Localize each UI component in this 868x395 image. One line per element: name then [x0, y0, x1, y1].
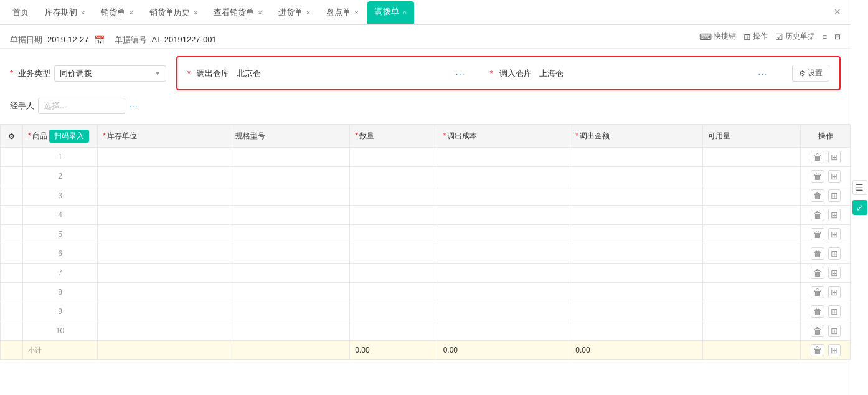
form-header: 单据日期 2019-12-27 📅 单据编号 AL-20191227-001 ⌨… [0, 25, 851, 49]
tab-view-sales-close[interactable]: × [258, 9, 262, 16]
row-copy-btn[interactable]: ⊞ [828, 325, 841, 337]
operate-btn[interactable]: ⊞ 操作 [743, 31, 768, 42]
tab-bar: 首页 库存期初 × 销货单 × 销货单历史 × 查看销货单 × 进货单 × 盘点… [0, 0, 851, 25]
row-spec-cell [230, 167, 350, 186]
row-delete-btn[interactable]: 🗑 [811, 247, 824, 260]
out-warehouse-more-btn[interactable]: ··· [456, 69, 465, 79]
row-gear-cell [1, 244, 23, 264]
row-qty-cell [350, 186, 438, 206]
row-delete-btn[interactable]: 🗑 [811, 325, 824, 337]
layout-grid-btn[interactable]: ⊟ [834, 32, 841, 41]
row-unit-cell [98, 302, 230, 321]
tab-inventory-init[interactable]: 库存期初 × [37, 1, 92, 24]
row-action-cell: 🗑 ⊞ [801, 302, 851, 321]
row-amount-cell [570, 264, 703, 283]
form-row-1: * 业务类型 同价调拨 ▼ * 调出仓库 北京仓 ··· * [10, 56, 841, 90]
row-copy-btn[interactable]: ⊞ [828, 286, 841, 298]
row-amount-cell [570, 321, 703, 341]
row-num-cell: 4 [23, 206, 98, 225]
tab-stocktake-close[interactable]: × [354, 9, 358, 16]
row-spec-cell [230, 302, 350, 321]
form-row-2: 经手人 选择... ··· [10, 98, 841, 114]
tab-purchase[interactable]: 进货单 × [271, 1, 318, 24]
row-action-cell: 🗑 ⊞ [801, 283, 851, 302]
tab-transfer[interactable]: 调拨单 × [367, 1, 414, 24]
business-type-select[interactable]: 同价调拨 ▼ [54, 65, 166, 82]
row-unit-cell [98, 283, 230, 302]
row-copy-btn[interactable]: ⊞ [828, 170, 841, 183]
row-copy-btn[interactable]: ⊞ [828, 189, 841, 202]
person-more-btn[interactable]: ··· [129, 101, 138, 111]
subtotal-delete-btn[interactable]: 🗑 [811, 344, 824, 356]
subtotal-copy-btn[interactable]: ⊞ [828, 344, 841, 356]
settings-gear-icon: ⚙ [799, 69, 806, 78]
subtotal-action-cell: 🗑 ⊞ [801, 341, 851, 360]
in-warehouse-field: * 调入仓库 上海仓 ··· [490, 68, 767, 79]
tab-transfer-close[interactable]: × [403, 8, 407, 16]
business-label: 业务类型 [18, 68, 50, 79]
row-action-cell: 🗑 ⊞ [801, 244, 851, 264]
tab-sales-order[interactable]: 销货单 × [93, 1, 140, 24]
layout-list-btn[interactable]: ≡ [823, 32, 827, 41]
row-copy-btn[interactable]: ⊞ [828, 151, 841, 163]
row-qty-cell [350, 225, 438, 244]
row-available-cell [702, 225, 800, 244]
row-delete-btn[interactable]: 🗑 [811, 170, 824, 183]
tab-home[interactable]: 首页 [5, 1, 36, 24]
row-cost-cell [438, 283, 570, 302]
tab-sales-order-close[interactable]: × [129, 9, 133, 16]
tab-sales-history-close[interactable]: × [194, 9, 197, 16]
row-delete-btn[interactable]: 🗑 [811, 286, 824, 298]
sidebar-expand-btn[interactable]: ⤢ [852, 200, 867, 215]
settings-button[interactable]: ⚙ 设置 [792, 65, 829, 82]
operate-icon: ⊞ [743, 32, 751, 42]
row-amount-cell [570, 302, 703, 321]
calendar-icon[interactable]: 📅 [94, 35, 105, 45]
row-action-cell: 🗑 ⊞ [801, 186, 851, 206]
row-copy-btn[interactable]: ⊞ [828, 209, 841, 221]
shortcut-btn[interactable]: ⌨ 快捷键 [699, 31, 736, 42]
sidebar-list-btn[interactable]: ☰ [852, 180, 867, 195]
in-warehouse-value: 上海仓 [539, 68, 564, 79]
row-gear-cell [1, 206, 23, 225]
window-close-button[interactable]: × [829, 6, 846, 19]
right-sidebar: ☰ ⤢ [851, 0, 868, 360]
row-copy-btn[interactable]: ⊞ [828, 247, 841, 260]
row-delete-btn[interactable]: 🗑 [811, 267, 824, 279]
subtotal-qty-cell: 0.00 [350, 341, 438, 360]
row-amount-cell [570, 167, 703, 186]
gear-icon[interactable]: ⚙ [8, 132, 15, 141]
subtotal-available-cell [702, 341, 800, 360]
tab-sales-history[interactable]: 销货单历史 × [142, 1, 205, 24]
row-delete-btn[interactable]: 🗑 [811, 151, 824, 163]
row-num-cell: 6 [23, 244, 98, 264]
table-row: 3 🗑 ⊞ [1, 186, 851, 206]
row-spec-cell [230, 148, 350, 167]
table-wrap[interactable]: ⚙ *商品 扫码录入 *库存单位 规格型号 *数量 *调出成本 [0, 124, 851, 360]
tab-purchase-close[interactable]: × [306, 9, 310, 16]
row-available-cell [702, 321, 800, 341]
row-action-cell: 🗑 ⊞ [801, 206, 851, 225]
scan-button[interactable]: 扫码录入 [49, 130, 89, 143]
row-delete-btn[interactable]: 🗑 [811, 228, 824, 240]
th-gear[interactable]: ⚙ [1, 125, 23, 148]
row-available-cell [702, 206, 800, 225]
tab-inventory-init-close[interactable]: × [81, 9, 85, 16]
row-delete-btn[interactable]: 🗑 [811, 305, 824, 318]
row-qty-cell [350, 167, 438, 186]
person-select[interactable]: 选择... [38, 98, 125, 114]
table-row: 5 🗑 ⊞ [1, 225, 851, 244]
row-action-cell: 🗑 ⊞ [801, 321, 851, 341]
row-available-cell [702, 283, 800, 302]
row-delete-btn[interactable]: 🗑 [811, 209, 824, 221]
row-unit-cell [98, 225, 230, 244]
row-copy-btn[interactable]: ⊞ [828, 267, 841, 279]
in-warehouse-more-btn[interactable]: ··· [758, 69, 767, 79]
row-copy-btn[interactable]: ⊞ [828, 228, 841, 240]
tab-view-sales[interactable]: 查看销货单 × [206, 1, 269, 24]
row-copy-btn[interactable]: ⊞ [828, 305, 841, 318]
row-spec-cell [230, 206, 350, 225]
tab-stocktake[interactable]: 盘点单 × [319, 1, 366, 24]
history-btn[interactable]: ☑ 历史单据 [775, 31, 815, 42]
row-delete-btn[interactable]: 🗑 [811, 189, 824, 202]
